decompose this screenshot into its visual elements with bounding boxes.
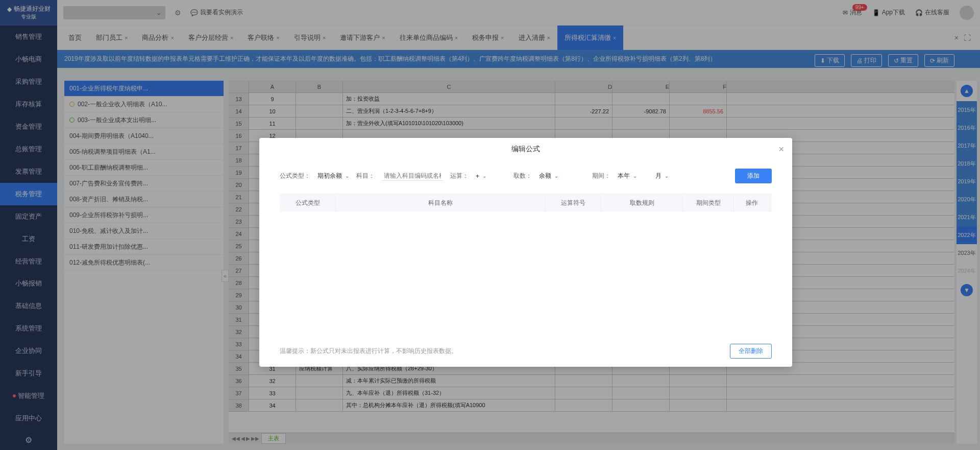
- close-icon[interactable]: ×: [778, 144, 784, 155]
- chevron-down-icon: ⌄: [554, 173, 558, 179]
- select-formula-type[interactable]: 期初余额⌄: [317, 172, 349, 180]
- label-fetch: 取数：: [513, 172, 532, 180]
- modal-title: 编辑公式: [511, 145, 540, 154]
- chevron-down-icon: ⌄: [665, 173, 669, 179]
- label-formula-type: 公式类型：: [280, 172, 310, 180]
- th-formula-type: 公式类型: [280, 194, 336, 212]
- chevron-down-icon: ⌄: [482, 173, 486, 179]
- th-period-type: 期间类型: [683, 194, 734, 212]
- select-period-month-value: 月: [655, 172, 662, 180]
- select-period-year[interactable]: 本年⌄: [618, 172, 648, 180]
- chevron-down-icon: ⌄: [345, 173, 349, 179]
- select-formula-type-value: 期初余额: [317, 172, 342, 180]
- select-fetch[interactable]: 余额⌄: [539, 172, 585, 180]
- label-period: 期间：: [592, 172, 610, 180]
- modal-table-header: 公式类型 科目名称 运算符号 取数规则 期间类型 操作: [280, 194, 772, 212]
- chevron-down-icon: ⌄: [633, 173, 637, 179]
- modal-table: 公式类型 科目名称 运算符号 取数规则 期间类型 操作: [280, 194, 772, 212]
- th-action: 操作: [734, 194, 770, 212]
- edit-formula-modal: 编辑公式 × 公式类型： 期初余额⌄ 科目： 运算： +⌄ 取数： 余额⌄ 期间…: [259, 138, 792, 367]
- select-calc-value: +: [476, 173, 479, 180]
- delete-all-button[interactable]: 全部删除: [730, 344, 772, 359]
- modal-footer: 温馨提示：新公式只对未出报表进行计算，不影响历史报表数据。 全部删除: [259, 336, 792, 367]
- th-subject-name: 科目名称: [336, 194, 545, 212]
- label-calc: 运算：: [450, 172, 469, 180]
- select-period-month[interactable]: 月⌄: [655, 172, 686, 180]
- th-operator: 运算符号: [545, 194, 601, 212]
- select-calc[interactable]: +⌄: [476, 173, 506, 180]
- select-fetch-value: 余额: [539, 172, 551, 180]
- label-subject: 科目：: [356, 172, 375, 180]
- add-button[interactable]: 添加: [735, 169, 772, 183]
- modal-header: 编辑公式 ×: [259, 138, 792, 160]
- modal-hint: 温馨提示：新公式只对未出报表进行计算，不影响历史报表数据。: [280, 347, 457, 356]
- th-fetch-rule: 取数规则: [601, 194, 683, 212]
- modal-form: 公式类型： 期初余额⌄ 科目： 运算： +⌄ 取数： 余额⌄ 期间： 本年⌄ 月…: [259, 160, 792, 188]
- input-subject[interactable]: [382, 171, 443, 181]
- select-period-year-value: 本年: [618, 172, 630, 180]
